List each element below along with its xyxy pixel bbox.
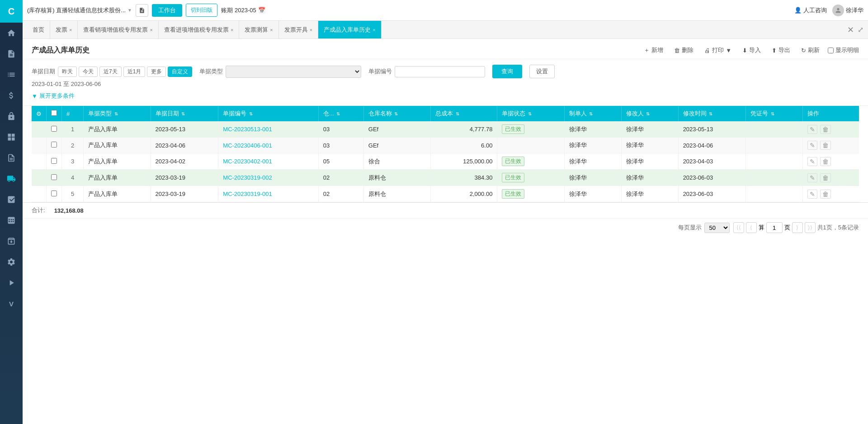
page-input[interactable] (766, 222, 783, 233)
company-selector[interactable]: (库存核算) 直播轻绒通信息技术股份... ▼ (27, 6, 132, 14)
th-modify-time[interactable]: 修改时间 ⇅ (678, 106, 746, 121)
support-link[interactable]: 👤 人工咨询 (794, 6, 827, 14)
select-all-checkbox[interactable] (51, 110, 57, 116)
th-voucher-num[interactable]: 凭证号 ⇅ (746, 106, 803, 121)
sidebar-item-warehouse[interactable] (0, 168, 23, 189)
edit-icon[interactable]: ✎ (807, 190, 817, 199)
delete-row-icon[interactable]: 🗑 (820, 190, 831, 199)
tab-input-vat[interactable]: 查看进项增值税专用发票 × (159, 21, 239, 39)
delete-row-icon[interactable]: 🗑 (820, 173, 831, 182)
calendar-icon[interactable]: 📅 (258, 7, 265, 14)
tab-product-inbound[interactable]: 产成品入库单历史 × (318, 21, 381, 39)
row-checkbox[interactable] (51, 142, 57, 148)
sidebar-item-home[interactable] (0, 23, 23, 43)
tab-product-inbound-close[interactable]: × (373, 27, 375, 33)
th-doc-date[interactable]: 单据日期 ⇅ (151, 106, 218, 121)
tab-home[interactable]: 首页 (27, 21, 50, 39)
tab-invoice-calc[interactable]: 发票测算 × (239, 21, 278, 39)
today-btn[interactable]: 今天 (79, 67, 98, 77)
row-checkbox[interactable] (51, 174, 57, 180)
settings-button[interactable]: 设置 (529, 65, 555, 78)
refresh-button[interactable]: ↻ 刷新 (798, 45, 822, 55)
delete-row-icon[interactable]: 🗑 (820, 141, 831, 150)
doc-num-link[interactable]: MC-20230513-001 (223, 126, 272, 133)
tab-invoice-open[interactable]: 发票开具 × (279, 21, 318, 39)
print-button[interactable]: 🖨 打印 ▼ (702, 45, 734, 55)
sidebar-item-chart[interactable] (0, 64, 23, 85)
th-warehouse-code[interactable]: 仓... ⇅ (318, 106, 363, 121)
doc-num-link[interactable]: MC-20230319-002 (223, 174, 272, 181)
expand-window-icon[interactable]: ⤢ (858, 25, 863, 34)
import-button[interactable]: ⬇ 导入 (740, 45, 764, 55)
tab-invoice-close[interactable]: × (69, 27, 72, 33)
sidebar-item-grid[interactable] (0, 127, 23, 148)
edit-icon[interactable]: ✎ (807, 141, 817, 150)
row-checkbox[interactable] (51, 158, 57, 164)
user-menu[interactable]: 徐泽华 (832, 5, 863, 16)
delete-row-icon[interactable]: 🗑 (820, 157, 831, 166)
sidebar-item-box[interactable] (0, 231, 23, 252)
delete-row-icon[interactable]: 🗑 (820, 125, 831, 134)
td-doc-num[interactable]: MC-20230513-001 (218, 121, 318, 138)
1month-btn[interactable]: 近1月 (123, 67, 146, 77)
tab-invoice[interactable]: 发票 × (50, 21, 78, 39)
tab-sales-vat[interactable]: 查看销项增值税专用发票 × (78, 21, 158, 39)
sidebar-item-lock[interactable] (0, 106, 23, 127)
show-detail-checkbox[interactable] (828, 48, 834, 53)
th-creator[interactable]: 制单人 ⇅ (564, 106, 621, 121)
row-checkbox[interactable] (51, 191, 57, 196)
tab-sales-vat-close[interactable]: × (150, 27, 152, 33)
7days-btn[interactable]: 近7天 (99, 67, 122, 77)
doctype-select[interactable] (226, 66, 361, 78)
sidebar-item-calc[interactable] (0, 210, 23, 231)
td-checkbox[interactable] (47, 138, 62, 153)
edit-icon[interactable]: ✎ (807, 173, 817, 182)
th-warehouse-name[interactable]: 仓库名称 ⇅ (363, 106, 430, 121)
docnum-input[interactable] (395, 66, 485, 77)
query-button[interactable]: 查询 (492, 65, 522, 78)
th-doc-type[interactable]: 单据类型 ⇅ (84, 106, 151, 121)
td-checkbox[interactable] (47, 170, 62, 186)
td-doc-num[interactable]: MC-20230319-001 (218, 186, 318, 202)
sidebar-item-play[interactable] (0, 272, 23, 293)
th-modifier[interactable]: 修改人 ⇅ (621, 106, 678, 121)
last-page-btn[interactable]: ⟩⟩ (805, 222, 816, 233)
workbench-button[interactable]: 工作台 (152, 4, 182, 17)
first-page-btn[interactable]: ⟨⟨ (733, 222, 744, 233)
tab-invoice-open-close[interactable]: × (310, 27, 312, 33)
th-total-cost[interactable]: 总成本 ⇅ (431, 106, 497, 121)
sidebar-item-docs[interactable] (0, 148, 23, 168)
doc-num-link[interactable]: MC-20230319-001 (223, 191, 272, 197)
sidebar-item-v[interactable]: V (0, 293, 23, 314)
export-button[interactable]: ⬆ 导出 (769, 45, 793, 55)
doc-icon-btn[interactable] (136, 4, 148, 17)
tab-invoice-calc-close[interactable]: × (270, 27, 273, 33)
sidebar-item-settings[interactable] (0, 252, 23, 272)
th-doc-status[interactable]: 单据状态 ⇅ (497, 106, 564, 121)
delete-button[interactable]: 🗑 删除 (671, 45, 696, 55)
per-page-select[interactable]: 10 20 50 100 (704, 223, 730, 233)
th-checkbox[interactable] (47, 106, 62, 121)
more-btn[interactable]: 更多 (147, 67, 166, 77)
td-checkbox[interactable] (47, 186, 62, 202)
td-doc-num[interactable]: MC-20230406-001 (218, 138, 318, 153)
edit-icon[interactable]: ✎ (807, 157, 817, 166)
sidebar-item-invoice[interactable] (0, 43, 23, 64)
tab-input-vat-close[interactable]: × (231, 27, 233, 33)
td-doc-num[interactable]: MC-20230319-002 (218, 170, 318, 186)
td-checkbox[interactable] (47, 153, 62, 170)
custom-btn[interactable]: 自定义 (168, 67, 192, 77)
th-doc-num[interactable]: 单据编号 ⇅ (218, 106, 318, 121)
doc-num-link[interactable]: MC-20230406-001 (223, 142, 272, 149)
th-settings[interactable]: ⚙ (32, 106, 47, 121)
edit-icon[interactable]: ✎ (807, 125, 817, 134)
sidebar-item-tax[interactable] (0, 85, 23, 106)
sidebar-item-stamp[interactable] (0, 189, 23, 210)
prev-page-btn[interactable]: ⟨ (746, 222, 757, 233)
row-checkbox[interactable] (51, 126, 57, 132)
td-doc-num[interactable]: MC-20230402-001 (218, 153, 318, 170)
next-page-btn[interactable]: ⟩ (792, 222, 803, 233)
new-button[interactable]: ＋ 新增 (641, 45, 666, 55)
yesterday-btn[interactable]: 昨天 (58, 67, 77, 77)
doc-num-link[interactable]: MC-20230402-001 (223, 158, 272, 165)
